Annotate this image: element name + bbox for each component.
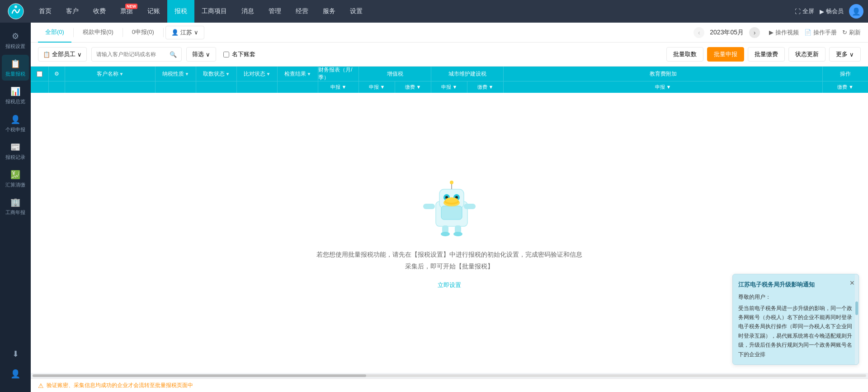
operation-video-link[interactable]: ▶ 操作视频 (769, 29, 799, 37)
scrollbar-track (33, 374, 866, 377)
personal-tax-icon: 👤 (10, 114, 21, 125)
sidebar-item-user[interactable]: 👤 (2, 365, 29, 383)
th-city-declare: 申报 ▼ (431, 81, 467, 93)
table-header: ⚙ 客户名称▼ 纳税性质▼ 取数状态▼ 比对状态▼ 检查结果 (31, 67, 868, 93)
robot-illustration (413, 177, 486, 240)
tab-divider-2 (123, 28, 123, 37)
svg-point-19 (453, 232, 462, 236)
nav-invoice[interactable]: 票据 NEW (113, 0, 140, 23)
tab-all[interactable]: 全部(0) (38, 23, 71, 43)
tax-overview-icon: 📊 (10, 86, 21, 97)
sidebar-item-personal-tax[interactable]: 👤 个税申报 (2, 110, 29, 136)
sidebar-item-settlement[interactable]: 💹 汇算清缴 (2, 166, 29, 191)
svg-point-1 (14, 5, 17, 8)
sidebar-label-settlement: 汇算清缴 (5, 182, 25, 188)
th-customer-name: 客户名称▼ (65, 67, 156, 81)
toolbar-right: 批量取数 批量申报 批量缴费 状态更新 更多 ∨ (666, 47, 861, 62)
tab-divider-1 (73, 28, 74, 37)
th-fin-declare: 申报 ▼ (318, 81, 359, 93)
prev-month-button[interactable]: ‹ (693, 27, 704, 38)
nav-settings[interactable]: 设置 (343, 0, 370, 23)
fullscreen-button[interactable]: ⛶ 全屏 (795, 7, 814, 15)
sidebar-label-personal-tax: 个税申报 (5, 127, 25, 133)
video-icon: ▶ (769, 29, 774, 36)
sidebar-item-annual-report[interactable]: 🏢 工商年报 (2, 193, 29, 219)
tab-divider-3 (163, 28, 164, 37)
settlement-icon: 💹 (10, 169, 21, 180)
svg-rect-12 (441, 206, 462, 220)
search-box: 🔍 (91, 47, 182, 62)
month-nav: ‹ 2023年05月 › (693, 27, 760, 38)
scrollbar-thumb (33, 374, 366, 377)
nav-right: ⛶ 全屏 ▶ 畅会员 👤 (795, 4, 863, 19)
search-input[interactable] (96, 51, 167, 57)
nav-customer[interactable]: 客户 (59, 0, 86, 23)
avatar-icon: 👤 (852, 7, 861, 16)
sidebar-item-tax-settings[interactable]: ⚙ 报税设置 (2, 27, 29, 53)
sidebar-label-tax-records: 报税记录 (5, 154, 25, 160)
nav-business[interactable]: 工商项目 (194, 0, 234, 23)
notification-scrollbar[interactable] (855, 274, 859, 364)
member-button[interactable]: ▶ 畅会员 (820, 7, 844, 15)
checkbox-label[interactable]: 名下账套 (223, 50, 255, 58)
filter-button[interactable]: 筛选 ∨ (186, 47, 216, 62)
th-vat-group: 增值税 (359, 67, 431, 81)
sidebar-label-tax-settings: 报税设置 (5, 43, 25, 49)
logo[interactable] (5, 2, 27, 20)
svg-rect-10 (423, 204, 435, 209)
th-education-group: 教育费附加 (504, 67, 823, 81)
next-month-button[interactable]: › (749, 27, 760, 38)
batch-declare-button[interactable]: 批量申报 (707, 47, 744, 62)
bottom-scrollbar[interactable] (31, 373, 868, 378)
nav-fees[interactable]: 收费 (86, 0, 113, 23)
nav-operation[interactable]: 经营 (288, 0, 316, 23)
employee-dropdown-icon: ∨ (77, 51, 82, 58)
status-update-button[interactable]: 状态更新 (788, 47, 826, 62)
nav-home[interactable]: 首页 (32, 0, 59, 23)
tax-settings-icon: ⚙ (10, 31, 21, 42)
annual-report-icon: 🏢 (10, 197, 21, 208)
notification-content: 受当前电子税务局进一步升级的影响，同一个政务网账号（办税人）名下的企业不能再同时… (738, 304, 853, 359)
refresh-link[interactable]: ↻ 刷新 (842, 29, 861, 37)
operation-manual-link[interactable]: 📄 操作手册 (804, 29, 837, 37)
sidebar-item-tax-records[interactable]: 📰 报税记录 (2, 138, 29, 164)
employee-select[interactable]: 📋 全部员工 ∨ (38, 47, 87, 62)
refresh-icon: ↻ (842, 29, 847, 36)
user-icon: 👤 (10, 368, 21, 379)
more-button[interactable]: 更多 ∨ (829, 47, 861, 62)
toolbar: 📋 全部员工 ∨ 🔍 筛选 ∨ 名下账套 批量取数 批量申报 批量缴费 状态更新 (31, 43, 868, 67)
under-account-checkbox[interactable] (223, 52, 229, 57)
svg-point-18 (441, 232, 450, 236)
batch-pay-button[interactable]: 批量缴费 (748, 47, 785, 62)
notification-close-button[interactable]: ✕ (849, 278, 855, 289)
sidebar-item-batch-tax[interactable]: 📋 批量报税 (2, 55, 29, 81)
tab-zero-declaration[interactable]: 0申报(0) (125, 23, 161, 43)
th-fetch-status: 取数状态▼ (196, 67, 237, 81)
nav-bookkeeping[interactable]: 记账 (140, 0, 167, 23)
nav-tax[interactable]: 报税 (167, 0, 194, 23)
nav-manage[interactable]: 管理 (261, 0, 288, 23)
th-edu-pay: 缴费 ▼ (823, 81, 868, 93)
notification-greeting: 尊敬的用户： (738, 292, 853, 301)
th-financial-report: 财务报表（月/季） (318, 67, 359, 81)
nav-message[interactable]: 消息 (234, 0, 261, 23)
region-selector[interactable]: 👤 江苏 ∨ (165, 26, 204, 39)
nav-service[interactable]: 服务 (316, 0, 343, 23)
sidebar-bottom: ⬇ 👤 (2, 345, 29, 392)
notification-panel: 江苏电子税务局升级影响通知 ✕ 尊敬的用户： 受当前电子税务局进一步升级的影响，… (732, 274, 859, 365)
sidebar-label-tax-overview: 报税总览 (5, 99, 25, 105)
status-warning: ⚠ 验证账密、采集信息均成功的企业才会流转至批量报税页面中 (38, 382, 193, 389)
batch-fetch-button[interactable]: 批量取数 (666, 47, 703, 62)
select-all-checkbox[interactable] (37, 71, 42, 77)
main-layout: ⚙ 报税设置 📋 批量报税 📊 报税总览 👤 个税申报 📰 报税记录 💹 汇算清… (0, 23, 868, 392)
th-tax-nature: 纳税性质▼ (156, 67, 196, 81)
sidebar-item-download[interactable]: ⬇ (2, 345, 29, 363)
region-dropdown-icon: ∨ (194, 29, 198, 36)
avatar[interactable]: 👤 (849, 4, 863, 19)
th-city-group: 城市维护建设税 (431, 67, 504, 81)
tab-tax-declaration[interactable]: 税款申报(0) (75, 23, 121, 43)
sidebar-item-tax-overview[interactable]: 📊 报税总览 (2, 82, 29, 108)
filter-dropdown-icon: ∨ (206, 51, 210, 58)
setup-link[interactable]: 立即设置 (438, 281, 461, 289)
sidebar-label-annual-report: 工商年报 (5, 210, 25, 215)
